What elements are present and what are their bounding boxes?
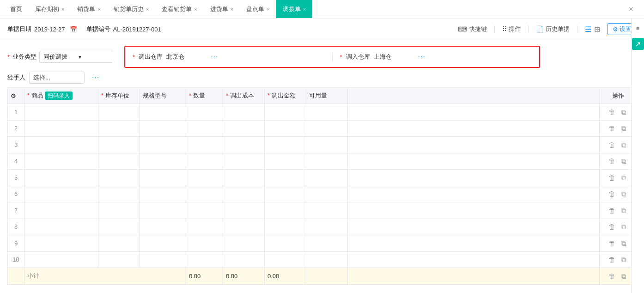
sidebar-export-icon[interactable]: ↗ — [632, 38, 644, 50]
row-amount-cell[interactable] — [265, 186, 306, 202]
row-cost-cell[interactable] — [223, 153, 265, 170]
row-qty-cell[interactable] — [186, 186, 223, 202]
row-copy-icon[interactable]: ⧉ — [619, 140, 629, 150]
row-copy-icon[interactable]: ⧉ — [619, 189, 629, 199]
row-unit-cell[interactable] — [98, 202, 140, 219]
row-amount-cell[interactable] — [265, 251, 306, 268]
row-copy-icon[interactable]: ⧉ — [619, 123, 629, 134]
row-product-cell[interactable] — [24, 186, 98, 202]
row-cost-cell[interactable] — [223, 219, 265, 235]
tab-close-transfer-order[interactable]: × — [303, 6, 306, 12]
tab-close-stocktake[interactable]: × — [267, 6, 269, 12]
row-spec-cell[interactable] — [140, 104, 186, 121]
row-copy-icon[interactable]: ⧉ — [619, 271, 629, 281]
row-unit-cell[interactable] — [98, 120, 140, 137]
row-copy-icon[interactable]: ⧉ — [619, 238, 629, 249]
row-amount-cell[interactable] — [265, 137, 306, 153]
row-spec-cell[interactable] — [140, 120, 186, 137]
row-qty-cell[interactable] — [186, 235, 223, 252]
tab-close-sales-history[interactable]: × — [146, 6, 149, 12]
row-product-cell[interactable] — [24, 137, 98, 153]
tab-close-view-sales[interactable]: × — [194, 6, 197, 12]
row-copy-icon[interactable]: ⧉ — [619, 222, 629, 232]
tab-sales-history[interactable]: 销货单历史 × — [107, 0, 155, 18]
row-delete-icon[interactable]: 🗑 — [607, 172, 617, 183]
calendar-icon[interactable]: 📅 — [70, 26, 77, 33]
row-copy-icon[interactable]: ⧉ — [619, 156, 629, 166]
row-amount-cell[interactable] — [265, 153, 306, 170]
row-product-cell[interactable] — [24, 235, 98, 252]
row-delete-icon[interactable]: 🗑 — [607, 156, 617, 166]
row-qty-cell[interactable] — [186, 153, 223, 170]
row-product-cell[interactable] — [24, 202, 98, 219]
tab-purchase-order[interactable]: 进货单 × — [204, 0, 240, 18]
operate-button[interactable]: ⠿ 操作 — [502, 25, 521, 33]
row-unit-cell[interactable] — [98, 186, 140, 202]
row-cost-cell[interactable] — [223, 137, 265, 153]
row-cost-cell[interactable] — [223, 120, 265, 137]
tab-close-purchase-order[interactable]: × — [231, 6, 233, 12]
row-unit-cell[interactable] — [98, 251, 140, 268]
row-qty-cell[interactable] — [186, 219, 223, 235]
scan-button[interactable]: 扫码录入 — [45, 92, 73, 100]
row-copy-icon[interactable]: ⧉ — [619, 173, 629, 183]
row-amount-cell[interactable] — [265, 120, 306, 137]
sidebar-list-icon[interactable]: ≡ — [632, 22, 644, 34]
row-copy-icon[interactable]: ⧉ — [619, 255, 629, 265]
transfer-in-more-button[interactable]: ··· — [418, 53, 425, 61]
business-type-input[interactable]: 同价调拨 ▼ — [39, 51, 113, 63]
row-qty-cell[interactable] — [186, 202, 223, 219]
transfer-out-more-button[interactable]: ··· — [211, 53, 218, 61]
row-qty-cell[interactable] — [186, 251, 223, 268]
row-product-cell[interactable] — [24, 120, 98, 137]
row-product-cell[interactable] — [24, 170, 98, 186]
row-amount-cell[interactable] — [265, 202, 306, 219]
row-amount-cell[interactable] — [265, 104, 306, 121]
row-delete-icon[interactable]: 🗑 — [607, 189, 617, 199]
row-unit-cell[interactable] — [98, 153, 140, 170]
row-spec-cell[interactable] — [140, 251, 186, 268]
row-amount-cell[interactable] — [265, 219, 306, 235]
row-spec-cell[interactable] — [140, 235, 186, 252]
history-button[interactable]: 📄 历史单据 — [536, 25, 570, 33]
row-delete-icon[interactable]: 🗑 — [607, 107, 617, 117]
row-spec-cell[interactable] — [140, 202, 186, 219]
row-spec-cell[interactable] — [140, 137, 186, 153]
row-amount-cell[interactable] — [265, 170, 306, 186]
row-cost-cell[interactable] — [223, 251, 265, 268]
row-delete-icon[interactable]: 🗑 — [607, 238, 617, 248]
tab-stocktake[interactable]: 盘点单 × — [240, 0, 276, 18]
tab-home[interactable]: 首页 — [4, 0, 29, 18]
row-cost-cell[interactable] — [223, 235, 265, 252]
row-copy-icon[interactable]: ⧉ — [619, 206, 629, 216]
person-input[interactable]: 选择... — [29, 72, 85, 84]
grid-view-icon[interactable]: ⊞ — [594, 25, 600, 34]
person-more-button[interactable]: ··· — [92, 73, 99, 82]
list-view-icon[interactable]: ☰ — [585, 25, 591, 34]
row-unit-cell[interactable] — [98, 104, 140, 121]
row-product-cell[interactable] — [24, 219, 98, 235]
tab-transfer-order[interactable]: 调拨单 × — [276, 0, 312, 18]
row-qty-cell[interactable] — [186, 137, 223, 153]
row-delete-icon[interactable]: 🗑 — [607, 271, 617, 281]
row-delete-icon[interactable]: 🗑 — [607, 255, 617, 265]
row-unit-cell[interactable] — [98, 137, 140, 153]
row-unit-cell[interactable] — [98, 219, 140, 235]
row-delete-icon[interactable]: 🗑 — [607, 205, 617, 215]
row-unit-cell[interactable] — [98, 235, 140, 252]
row-spec-cell[interactable] — [140, 153, 186, 170]
tab-view-sales[interactable]: 查看销货单 × — [155, 0, 203, 18]
row-spec-cell[interactable] — [140, 219, 186, 235]
col-header-gear[interactable]: ⚙ — [8, 88, 24, 104]
row-cost-cell[interactable] — [223, 202, 265, 219]
row-cost-cell[interactable] — [223, 104, 265, 121]
row-delete-icon[interactable]: 🗑 — [607, 123, 617, 134]
tab-close-inventory-init[interactable]: × — [61, 6, 64, 12]
row-amount-cell[interactable] — [265, 235, 306, 252]
row-cost-cell[interactable] — [223, 170, 265, 186]
row-delete-icon[interactable]: 🗑 — [607, 140, 617, 150]
row-product-cell[interactable] — [24, 153, 98, 170]
row-copy-icon[interactable]: ⧉ — [619, 107, 629, 117]
row-unit-cell[interactable] — [98, 170, 140, 186]
row-spec-cell[interactable] — [140, 170, 186, 186]
